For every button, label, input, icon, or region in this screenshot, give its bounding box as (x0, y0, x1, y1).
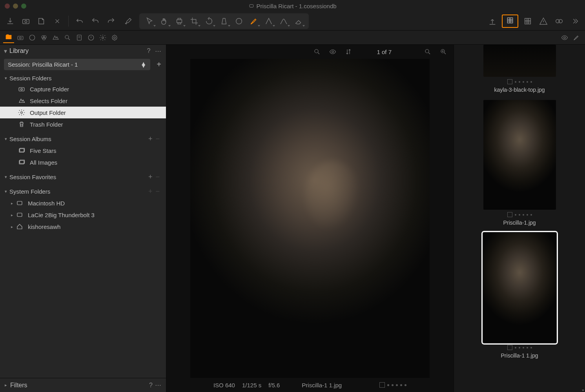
minimize-window-button[interactable] (13, 4, 18, 9)
tab-details[interactable] (62, 32, 73, 43)
session-icon (248, 3, 254, 9)
system-folders-header[interactable]: ▾ System Folders + − (0, 186, 166, 197)
thumbnail-image[interactable] (483, 233, 556, 343)
add-system-folder-button[interactable]: + (147, 187, 154, 196)
color-tag-box[interactable] (379, 382, 385, 388)
main-image[interactable] (190, 59, 430, 378)
selects-folder-item[interactable]: Selects Folder (0, 95, 166, 107)
upload-button[interactable] (486, 15, 499, 27)
warning-toggle[interactable] (537, 15, 550, 27)
tab-library[interactable] (3, 32, 14, 43)
gradient-mask-tool[interactable] (262, 15, 276, 27)
chevron-right-icon: ▸ (11, 225, 13, 229)
library-panel-header[interactable]: ▾ Library ? ⋯ (0, 45, 166, 57)
proof-view-toggle[interactable] (326, 45, 339, 58)
five-stars-album[interactable]: Five Stars (0, 145, 166, 156)
close-window-button[interactable] (5, 4, 10, 9)
capture-button[interactable] (20, 15, 32, 27)
zoom-search-button[interactable] (311, 45, 323, 58)
tab-adjustments[interactable] (74, 32, 85, 43)
undo-redo-button[interactable] (73, 15, 86, 27)
thumbnail-card[interactable]: kayla-3-black-top.jpg (483, 45, 556, 93)
redo-button[interactable] (105, 15, 117, 27)
edit-toggle[interactable] (571, 32, 582, 43)
trash-folder-item[interactable]: Trash Folder (0, 118, 166, 130)
tab-color[interactable] (38, 32, 49, 43)
thumbnail-card[interactable]: Priscilla-1 1.jpg (483, 233, 556, 359)
grid-toggle[interactable] (521, 15, 534, 27)
add-favorite-button[interactable]: + (147, 173, 154, 181)
session-albums-title: Session Albums (9, 136, 51, 142)
chevron-down-icon: ▾ (5, 76, 7, 81)
remove-favorite-button[interactable]: − (154, 173, 161, 181)
gear-icon (17, 109, 26, 116)
library-title: Library (9, 47, 29, 54)
focus-mask-toggle[interactable] (553, 15, 565, 27)
rating-control[interactable] (379, 382, 406, 388)
add-session-button[interactable]: + (154, 60, 164, 69)
chevron-right-icon: ▸ (5, 383, 7, 388)
tab-batch[interactable] (109, 32, 120, 43)
eraser-tool[interactable] (292, 15, 306, 27)
tab-capture[interactable] (15, 32, 26, 43)
rotate-tool[interactable] (202, 15, 216, 27)
help-button[interactable]: ? (145, 47, 153, 55)
thumbnail-rating[interactable] (507, 212, 532, 217)
all-images-album[interactable]: All Images (0, 156, 166, 168)
filters-menu-button[interactable]: ⋯ (155, 381, 161, 389)
session-folders-header[interactable]: ▾ Session Folders (0, 73, 166, 83)
thumbnail-rating[interactable] (507, 345, 532, 350)
thumbnail-image[interactable] (483, 100, 556, 210)
tree-item-label: Macintosh HD (28, 200, 65, 207)
remove-system-folder-button[interactable]: − (154, 187, 161, 196)
session-favorites-header[interactable]: ▾ Session Favorites + − (0, 171, 166, 183)
chevron-down-icon: ▾ (4, 47, 7, 55)
svg-rect-0 (250, 5, 253, 7)
pan-tool[interactable] (157, 15, 171, 27)
thumbnail-card[interactable]: Priscilla-1.jpg (483, 100, 556, 226)
print-tool[interactable] (172, 15, 186, 27)
session-selector[interactable]: Session: Priscilla Ricart - 1 ▲▼ (4, 59, 150, 70)
crop-overlay-toggle[interactable] (502, 15, 518, 28)
keystone-tool[interactable] (217, 15, 231, 27)
undo-button[interactable] (89, 15, 102, 27)
main-toolbar (0, 12, 585, 31)
preview-toggle[interactable] (559, 32, 570, 43)
system-folder-lacie[interactable]: ▸ LaCie 2Big Thunderbolt 3 (0, 209, 166, 221)
output-folder-item[interactable]: Output Folder (0, 107, 166, 118)
export-button[interactable] (35, 15, 48, 27)
browser-search-button[interactable] (421, 45, 434, 58)
sort-button[interactable] (342, 45, 355, 58)
annotate-button[interactable] (120, 15, 136, 27)
select-tool[interactable] (142, 15, 157, 27)
panel-menu-button[interactable]: ⋯ (154, 47, 162, 55)
filters-panel-header[interactable]: ▸ Filters ? ⋯ (0, 378, 166, 392)
add-album-button[interactable]: + (147, 135, 154, 143)
radial-mask-tool[interactable] (277, 15, 291, 27)
maximize-window-button[interactable] (21, 4, 26, 9)
tab-lens[interactable] (27, 32, 38, 43)
system-folder-macintosh-hd[interactable]: ▸ Macintosh HD (0, 197, 166, 209)
remove-album-button[interactable]: − (154, 135, 161, 143)
spot-removal-tool[interactable] (232, 15, 246, 27)
chevron-right-icon: ▸ (11, 201, 13, 205)
system-folder-home[interactable]: ▸ kishoresawh (0, 221, 166, 232)
thumbnail-image[interactable] (483, 45, 556, 77)
browser-zoom-button[interactable] (437, 45, 450, 58)
more-tools-button[interactable] (569, 15, 581, 27)
tab-exposure[interactable] (50, 32, 61, 43)
tab-output[interactable] (97, 32, 108, 43)
import-button[interactable] (4, 15, 16, 27)
crop-tool[interactable] (187, 15, 201, 27)
cancel-button[interactable] (51, 15, 64, 27)
tree-item-label: kishoresawh (28, 223, 60, 230)
thumbnail-rating[interactable] (507, 79, 532, 84)
session-albums-header[interactable]: ▾ Session Albums + − (0, 133, 166, 145)
svg-point-33 (332, 51, 334, 53)
filters-help-button[interactable]: ? (149, 382, 153, 389)
tree-item-label: Five Stars (30, 147, 56, 154)
tab-metadata[interactable] (86, 32, 97, 43)
thumbnail-name: Priscilla-1 1.jpg (501, 352, 538, 359)
capture-folder-item[interactable]: Capture Folder (0, 83, 166, 95)
brush-tool[interactable] (247, 15, 261, 27)
